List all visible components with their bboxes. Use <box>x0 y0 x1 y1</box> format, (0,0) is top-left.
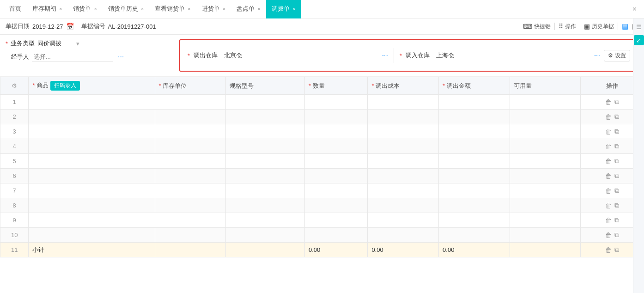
tab-close-purchase-order[interactable]: × <box>223 6 225 12</box>
spec-cell[interactable] <box>226 124 305 139</box>
qty-cell[interactable] <box>304 169 368 183</box>
unit-cell[interactable] <box>155 139 226 154</box>
delete-row-icon[interactable]: 🗑 <box>605 217 612 224</box>
avail-cell[interactable] <box>510 95 581 110</box>
delete-row-icon[interactable]: 🗑 <box>605 246 612 254</box>
avail-cell[interactable] <box>510 139 581 154</box>
delete-row-icon[interactable]: 🗑 <box>605 187 612 195</box>
goods-cell[interactable] <box>29 198 155 213</box>
unit-cell[interactable] <box>155 95 226 110</box>
qty-cell[interactable] <box>304 198 368 213</box>
spec-cell[interactable] <box>226 198 305 213</box>
delete-row-icon[interactable]: 🗑 <box>605 143 612 150</box>
spec-cell[interactable] <box>226 154 305 169</box>
cost-cell[interactable] <box>368 183 439 198</box>
avail-cell[interactable] <box>510 154 581 169</box>
amount-cell[interactable] <box>439 213 510 228</box>
col-header-settings[interactable]: ⚙ <box>0 77 29 95</box>
close-all-tabs-button[interactable]: × <box>629 5 640 13</box>
copy-row-icon[interactable]: ⧉ <box>614 201 619 209</box>
qty-cell[interactable] <box>304 110 368 124</box>
layout-toggle-1[interactable]: ▤ <box>622 22 628 31</box>
sidebar-list-icon[interactable]: ☰ <box>634 22 644 31</box>
goods-cell[interactable] <box>29 183 155 198</box>
goods-cell[interactable] <box>29 139 155 154</box>
unit-cell[interactable] <box>155 183 226 198</box>
calendar-icon[interactable]: 📅 <box>66 23 74 30</box>
person-more-button[interactable]: ··· <box>118 53 124 61</box>
qty-cell[interactable] <box>304 95 368 110</box>
spec-cell[interactable] <box>226 228 305 243</box>
avail-cell[interactable] <box>510 183 581 198</box>
tab-transfer-order[interactable]: 调拨单 × <box>266 0 301 18</box>
qty-cell[interactable] <box>304 228 368 243</box>
tab-close-transfer-order[interactable]: × <box>292 6 295 12</box>
amount-cell[interactable] <box>439 95 510 110</box>
warehouse-in-more-button[interactable]: ··· <box>594 51 600 60</box>
avail-cell[interactable] <box>510 169 581 183</box>
copy-row-icon[interactable]: ⧉ <box>614 98 619 106</box>
tab-inventory-init[interactable]: 库存期初 × <box>27 0 67 18</box>
amount-cell[interactable] <box>439 169 510 183</box>
avail-cell[interactable] <box>510 124 581 139</box>
goods-cell[interactable] <box>29 95 155 110</box>
amount-cell[interactable] <box>439 139 510 154</box>
amount-cell[interactable] <box>439 124 510 139</box>
person-input[interactable] <box>32 52 113 61</box>
spec-cell[interactable] <box>226 110 305 124</box>
unit-cell[interactable] <box>155 154 226 169</box>
qty-cell[interactable] <box>304 154 368 169</box>
delete-row-icon[interactable]: 🗑 <box>605 98 612 106</box>
cost-cell[interactable] <box>368 198 439 213</box>
tab-close-sales-order[interactable]: × <box>94 6 97 12</box>
cost-cell[interactable] <box>368 95 439 110</box>
tab-view-sales[interactable]: 查看销货单 × <box>149 0 196 18</box>
unit-cell[interactable] <box>155 110 226 124</box>
delete-row-icon[interactable]: 🗑 <box>605 232 612 239</box>
unit-cell[interactable] <box>155 213 226 228</box>
business-type-dropdown-icon[interactable]: ▾ <box>76 40 79 47</box>
operations-button[interactable]: ⠿ 操作 <box>559 23 576 31</box>
tab-inventory-check[interactable]: 盘点单 × <box>231 0 266 18</box>
unit-cell[interactable] <box>155 228 226 243</box>
cost-cell[interactable] <box>368 228 439 243</box>
business-type-value-container[interactable]: 同价调拨 ▾ <box>37 39 79 48</box>
qty-cell[interactable] <box>304 213 368 228</box>
goods-cell[interactable] <box>29 124 155 139</box>
scan-input-button[interactable]: 扫码录入 <box>50 81 80 91</box>
spec-cell[interactable] <box>226 169 305 183</box>
avail-cell[interactable] <box>510 110 581 124</box>
unit-cell[interactable] <box>155 124 226 139</box>
warehouse-out-more-button[interactable]: ··· <box>382 51 388 60</box>
copy-row-icon[interactable]: ⧉ <box>614 187 619 195</box>
amount-cell[interactable] <box>439 228 510 243</box>
spec-cell[interactable] <box>226 213 305 228</box>
spec-cell[interactable] <box>226 183 305 198</box>
unit-cell[interactable] <box>155 169 226 183</box>
goods-cell[interactable] <box>29 110 155 124</box>
unit-cell[interactable] <box>155 198 226 213</box>
copy-row-icon[interactable]: ⧉ <box>614 246 619 254</box>
spec-cell[interactable] <box>226 95 305 110</box>
copy-row-icon[interactable]: ⧉ <box>614 172 619 180</box>
qty-cell[interactable] <box>304 139 368 154</box>
amount-cell[interactable] <box>439 198 510 213</box>
goods-cell[interactable] <box>29 213 155 228</box>
delete-row-icon[interactable]: 🗑 <box>605 113 612 121</box>
avail-cell[interactable] <box>510 228 581 243</box>
qty-cell[interactable] <box>304 183 368 198</box>
copy-row-icon[interactable]: ⧉ <box>614 142 619 150</box>
cost-cell[interactable] <box>368 154 439 169</box>
cost-cell[interactable] <box>368 169 439 183</box>
cost-cell[interactable] <box>368 213 439 228</box>
delete-row-icon[interactable]: 🗑 <box>605 202 612 209</box>
tab-close-inventory-init[interactable]: × <box>59 6 62 12</box>
goods-cell[interactable] <box>29 154 155 169</box>
copy-row-icon[interactable]: ⧉ <box>614 113 619 121</box>
tab-home[interactable]: 首页 <box>4 0 27 18</box>
avail-cell[interactable] <box>510 198 581 213</box>
avail-cell[interactable] <box>510 213 581 228</box>
copy-row-icon[interactable]: ⧉ <box>614 128 619 135</box>
tab-close-view-sales[interactable]: × <box>188 6 190 12</box>
sidebar-expand-icon[interactable]: ⤢ <box>634 35 644 45</box>
